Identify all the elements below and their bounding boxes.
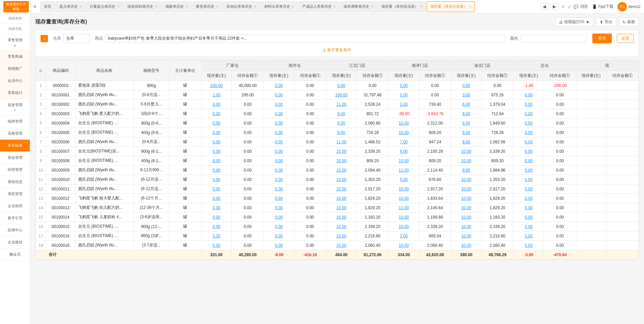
row-c-stock[interactable]: 0.00 xyxy=(264,119,294,128)
sidebar-item-basic-info[interactable]: 基础信息 xyxy=(0,176,30,188)
row-c-stock[interactable]: 0.00 xyxy=(264,156,294,166)
row-c-stock[interactable]: 0.00 xyxy=(264,128,294,137)
row-f-stock[interactable]: 0.00 xyxy=(201,222,232,231)
row-c-stock[interactable]: 0.00 xyxy=(264,184,294,194)
row-na-stock[interactable]: 3.00 xyxy=(389,231,419,241)
tab-stocktake[interactable]: 盘点单历史 × xyxy=(56,1,86,12)
row-t-stock[interactable]: 0.00 xyxy=(514,119,544,128)
row-jb-stock[interactable]: 0.00 xyxy=(326,81,357,90)
row-jb-stock[interactable]: 10.00 xyxy=(326,213,357,222)
sidebar-toggle[interactable]: ≡ xyxy=(34,4,36,9)
row-f-stock[interactable]: 0.00 xyxy=(201,203,232,213)
row-na-stock[interactable]: 11.00 xyxy=(389,166,419,175)
row-c-stock[interactable]: 0.00 xyxy=(264,147,294,156)
row-yb-stock[interactable]: 10.00 xyxy=(451,175,482,184)
row-jb-stock[interactable]: 9.00 xyxy=(326,119,357,128)
search-btn[interactable]: 查询 xyxy=(592,34,612,43)
sidebar-item-inventory[interactable]: 库存核算 xyxy=(0,140,30,152)
row-t-stock[interactable]: 0.00 xyxy=(514,241,544,250)
sidebar-item-wholesale[interactable]: 批发管理 ▼ xyxy=(0,99,30,115)
row-jb-stock[interactable]: 10.00 xyxy=(326,203,357,213)
app-download-btn[interactable]: 📱 App下载 xyxy=(592,4,613,9)
sidebar-item-changyuan[interactable]: 畅会员 xyxy=(0,248,30,261)
row-f-stock[interactable]: 0.00 xyxy=(201,109,232,119)
row-na-stock[interactable]: -39.00 xyxy=(389,109,419,119)
row-jb-stock[interactable]: 9.00 xyxy=(326,109,357,119)
row-t-stock[interactable]: 0.00 xyxy=(514,137,544,147)
row-na-stock[interactable]: 10.00 xyxy=(389,119,419,128)
goods-input[interactable] xyxy=(105,35,505,43)
row-c-stock[interactable]: 0.00 xyxy=(264,213,294,222)
sidebar-item-marketing[interactable]: 营销推广 xyxy=(0,63,30,75)
row-yb-stock[interactable]: 10.00 xyxy=(451,213,482,222)
row-c-stock[interactable]: 0.00 xyxy=(264,231,294,241)
tab-requisition[interactable]: 要货单历史 × xyxy=(192,1,222,12)
row-f-stock[interactable]: 0.00 xyxy=(201,241,232,250)
tab-close-assembly[interactable]: × xyxy=(155,5,157,8)
row-t-stock[interactable]: 0.00 xyxy=(514,109,544,119)
row-t-stock[interactable]: 0.00 xyxy=(514,203,544,213)
tab-fraction[interactable]: 分量盘点单历史 × xyxy=(86,1,123,12)
row-t-stock[interactable]: 0.00 xyxy=(514,128,544,137)
row-f-stock[interactable]: 0.00 xyxy=(201,184,232,194)
message-btn[interactable]: 💬 消息 xyxy=(574,4,588,9)
row-t-stock[interactable]: 0.00 xyxy=(514,100,544,109)
row-t-stock[interactable]: 0.00 xyxy=(514,147,544,156)
row-na-stock[interactable]: 10.00 xyxy=(389,213,419,222)
row-na-stock[interactable]: 11.00 xyxy=(389,203,419,213)
row-jb-stock[interactable]: 11.00 xyxy=(326,137,357,147)
tab-close-stock-dist[interactable]: × xyxy=(469,5,471,8)
tab-close-fraction[interactable]: × xyxy=(117,5,119,8)
row-yb-stock[interactable]: 10.00 xyxy=(451,231,482,241)
row-f-stock[interactable]: 0.00 xyxy=(201,213,232,222)
sidebar-item-member[interactable]: 会员中心 xyxy=(0,75,30,87)
row-t-stock[interactable]: 0.00 xyxy=(514,194,544,203)
tab-other-out[interactable]: 其他出库单历史 × xyxy=(223,1,260,12)
sidebar-item-system[interactable]: 系统管理 xyxy=(0,188,30,200)
row-jb-stock[interactable]: 10.00 xyxy=(326,166,357,175)
row-na-stock[interactable]: 10.00 xyxy=(389,128,419,137)
row-na-stock[interactable]: 10.00 xyxy=(389,241,419,250)
search-collapse-btn[interactable]: › xyxy=(41,35,48,42)
tab-stock-status[interactable]: 现存量（库存状况表） × xyxy=(378,1,426,12)
row-yb-stock[interactable]: 10.00 xyxy=(451,194,482,203)
tab-cost-adjust[interactable]: 成本调整单历史 × xyxy=(340,1,377,12)
row-jb-stock[interactable]: 10.00 xyxy=(326,156,357,166)
row-c-stock[interactable]: 0.00 xyxy=(264,137,294,147)
tab-material-out[interactable]: 材料出库单历史 × xyxy=(261,1,298,12)
row-yb-stock[interactable]: 0.00 xyxy=(451,81,482,90)
row-jb-stock[interactable]: 9.00 xyxy=(326,128,357,137)
row-na-stock[interactable]: 10.00 xyxy=(389,194,419,203)
tab-home[interactable]: 首页 xyxy=(40,1,55,12)
row-na-stock[interactable]: 3.00 xyxy=(389,100,419,109)
row-yb-stock[interactable]: 10.00 xyxy=(451,222,482,231)
row-jb-stock[interactable]: 11.00 xyxy=(326,100,357,109)
print-btn[interactable]: 🖨 按模版打印 ▼ xyxy=(555,17,593,27)
row-na-stock[interactable]: 5.00 xyxy=(389,175,419,184)
settings-btn[interactable]: 设置 xyxy=(617,34,634,43)
user-profile[interactable]: Ea demo2 xyxy=(618,2,641,11)
row-c-stock[interactable]: 0.00 xyxy=(264,109,294,119)
row-t-stock[interactable]: 0.00 xyxy=(514,166,544,175)
tab-close-other-out[interactable]: × xyxy=(254,5,256,8)
sidebar-item-app-center[interactable]: 应用中心 xyxy=(0,224,30,236)
tab-nav-next[interactable]: ▶ xyxy=(550,3,558,10)
tab-close-stocktake[interactable]: × xyxy=(80,5,82,8)
row-f-stock[interactable]: 0.00 xyxy=(201,100,232,109)
tab-product-in[interactable]: 产成品入库单历史 × xyxy=(299,1,339,12)
row-na-stock[interactable]: 9.00 xyxy=(389,147,419,156)
row-f-stock[interactable]: 0.00 xyxy=(201,156,232,166)
tab-close-product-in[interactable]: × xyxy=(334,5,336,8)
sidebar-item-quicknav[interactable]: 快捷导航 xyxy=(0,24,30,34)
expand-conditions-btn[interactable]: ⊻ 展开更多条件 xyxy=(323,47,351,53)
sidebar-item-enterprise[interactable]: 企业协同 xyxy=(0,200,30,212)
row-f-stock[interactable]: 0.00 xyxy=(201,231,232,241)
color-input[interactable] xyxy=(520,35,587,43)
row-f-stock[interactable]: 0.00 xyxy=(201,194,232,203)
row-t-stock[interactable]: 0.00 xyxy=(514,184,544,194)
row-na-stock[interactable]: 10.00 xyxy=(389,222,419,231)
row-c-stock[interactable]: 0.00 xyxy=(264,100,294,109)
row-na-stock[interactable]: 0.00 xyxy=(389,81,419,90)
row-c-stock[interactable]: 0.00 xyxy=(264,90,294,100)
tab-maximize[interactable]: ⤢ xyxy=(568,4,572,9)
